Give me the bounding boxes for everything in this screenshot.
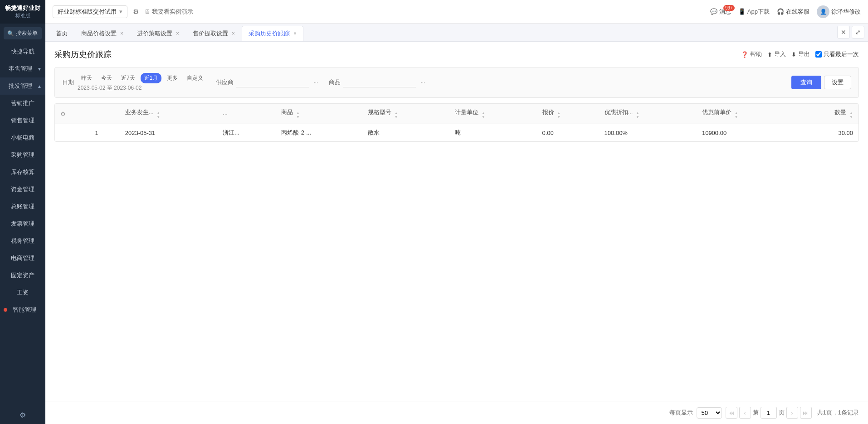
sidebar-item-purchase[interactable]: 采购管理 [0, 146, 45, 164]
sidebar-item-retail[interactable]: 零售管理 ▼ [0, 60, 45, 77]
goods-input[interactable] [343, 77, 416, 87]
th-discount[interactable]: 优惠折扣... ▲▼ [599, 104, 697, 124]
sidebar-item-general-ledger[interactable]: 总账管理 [0, 198, 45, 215]
tab-home[interactable]: 首页 [49, 26, 74, 41]
cell-supplier: 浙江... [217, 124, 276, 142]
pagination-last-btn[interactable]: ⏭ [800, 407, 812, 419]
sort-icon-spec: ▲▼ [395, 111, 398, 119]
ecommerce-label: 电商管理 [4, 254, 42, 262]
chevron-down-icon: ▾ [119, 8, 122, 15]
data-table: ⚙ 业务发生... ▲▼ ··· 商品 ▲▼ [55, 104, 858, 141]
topbar: 好业财标准版交付试用 ▾ ⚙ 🖥 我要看实例演示 💬 消息 99+ 📱 App下… [45, 0, 868, 24]
date-today[interactable]: 今天 [98, 73, 116, 83]
th-quote[interactable]: 报价 ▲▼ [537, 104, 599, 124]
tab-purchase-strategy[interactable]: 进价策略设置 × [130, 26, 186, 41]
supplier-more-btn[interactable]: ··· [312, 78, 320, 87]
settings-button[interactable]: 设置 [824, 76, 851, 89]
sidebar-item-tax[interactable]: 税务管理 [0, 232, 45, 250]
cell-seq: 1 [89, 124, 119, 142]
date-custom[interactable]: 自定义 [183, 73, 207, 83]
sidebar-item-sales[interactable]: 销售管理 [0, 112, 45, 129]
export-label: 导出 [798, 50, 810, 58]
app-logo: 畅捷通好业财 标准版 [0, 0, 45, 24]
date-options: 昨天 今天 近7天 近1月 更多 自定义 [78, 73, 207, 83]
sidebar-item-fixed-assets[interactable]: 固定资产 [0, 267, 45, 284]
wholesale-label: 批发管理 [4, 82, 37, 90]
online-service-button[interactable]: 🎧 在线客服 [777, 8, 809, 16]
date-filter-label: 日期 [62, 78, 74, 87]
tab-price-settings[interactable]: 商品价格设置 × [74, 26, 130, 41]
messages-button[interactable]: 💬 消息 99+ [710, 8, 731, 16]
last-only-checkbox[interactable] [815, 51, 822, 58]
date-7days[interactable]: 近7天 [117, 73, 139, 83]
sort-icon-discount: ▲▼ [636, 111, 639, 119]
edition-select[interactable]: 好业财标准版交付试用 ▾ [53, 5, 127, 18]
date-more[interactable]: 更多 [163, 73, 181, 83]
ellipsis-icon[interactable]: ··· [223, 111, 228, 117]
tab-purchase-history-close[interactable]: × [293, 30, 297, 37]
th-ellipsis[interactable]: ··· [217, 104, 276, 124]
sidebar-item-marketing[interactable]: 营销推广 [0, 95, 45, 112]
retail-label: 零售管理 [4, 65, 37, 73]
tab-sale-price-close[interactable]: × [232, 30, 235, 37]
supplier-input[interactable] [236, 77, 309, 87]
pagination-first-btn[interactable]: ⏮ [726, 407, 737, 419]
th-price-before[interactable]: 优惠前单价 ▲▼ [697, 104, 796, 124]
date-yesterday[interactable]: 昨天 [78, 73, 96, 83]
sales-label: 销售管理 [4, 116, 42, 125]
general-ledger-label: 总账管理 [4, 202, 42, 211]
gear-icon[interactable]: ⚙ [60, 111, 66, 117]
chevron-up-icon: ▲ [37, 84, 42, 89]
pagination-page-input[interactable] [761, 407, 777, 419]
help-button[interactable]: ❓ 帮助 [741, 50, 762, 58]
last-only-checkbox-label[interactable]: 只看最后一次 [815, 50, 859, 58]
pagination-next-btn[interactable]: › [786, 407, 798, 419]
cell-spec: 散水 [362, 124, 449, 142]
tab-price-settings-close[interactable]: × [120, 30, 123, 37]
per-page-label: 每页显示 [669, 409, 693, 417]
sidebar-item-wholesale[interactable]: 批发管理 ▲ [0, 77, 45, 95]
search-menu-button[interactable]: 🔍 搜索菜单 [4, 27, 42, 39]
import-button[interactable]: ⬆ 导入 [767, 50, 786, 58]
sidebar-item-finance[interactable]: 资金管理 [0, 181, 45, 198]
sort-icon-goods: ▲▼ [296, 111, 300, 119]
tab-sale-price[interactable]: 售价提取设置 × [186, 26, 242, 41]
main-area: 好业财标准版交付试用 ▾ ⚙ 🖥 我要看实例演示 💬 消息 99+ 📱 App下… [45, 0, 868, 424]
export-button[interactable]: ⬇ 导出 [791, 50, 810, 58]
sidebar-item-ecommerce[interactable]: 电商管理 [0, 250, 45, 267]
tab-purchase-strategy-close[interactable]: × [176, 30, 179, 37]
tab-purchase-history[interactable]: 采购历史价跟踪 × [242, 26, 303, 41]
sidebar-gear-icon[interactable]: ⚙ [20, 411, 26, 419]
sidebar-item-payroll[interactable]: 工资 [0, 284, 45, 301]
query-button[interactable]: 查询 [791, 76, 821, 89]
headset-icon: 🎧 [777, 8, 784, 15]
sidebar-item-ecommerce-small[interactable]: 小畅电商 [0, 129, 45, 146]
user-profile-button[interactable]: 👤 徐泽华修改 [817, 5, 861, 18]
tab-close-all-button[interactable]: ✕ [837, 26, 850, 39]
per-page-select[interactable]: 50 20 100 [697, 407, 722, 419]
pagination-nav: ⏮ ‹ 第 页 › ⏭ [726, 407, 812, 419]
sidebar-item-invoice[interactable]: 发票管理 [0, 215, 45, 232]
th-spec[interactable]: 规格型号 ▲▼ [362, 104, 449, 124]
goods-more-btn[interactable]: ··· [419, 78, 427, 87]
sidebar-item-inventory[interactable]: 库存核算 [0, 164, 45, 181]
help-icon: ❓ [741, 51, 748, 58]
th-unit[interactable]: 计量单位 ▲▼ [449, 104, 536, 124]
smart-label: 智能管理 [7, 306, 42, 314]
th-qty[interactable]: 数量 ▲▼ [796, 104, 858, 124]
quick-nav-label: 快捷导航 [4, 48, 42, 56]
th-gear[interactable]: ⚙ [55, 104, 89, 124]
date-1month[interactable]: 近1月 [141, 73, 162, 83]
sidebar-item-quick-nav[interactable]: 快捷导航 [0, 43, 45, 60]
app-download-button[interactable]: 📱 App下载 [738, 8, 770, 16]
filter-actions: 查询 设置 [791, 76, 851, 89]
sidebar-item-smart[interactable]: 智能管理 [0, 301, 45, 318]
pagination-prev-btn[interactable]: ‹ [739, 407, 751, 419]
topbar-settings-icon[interactable]: ⚙ [133, 8, 139, 16]
goods-filter-label: 商品 [329, 78, 341, 87]
tab-maximize-button[interactable]: ⤢ [852, 26, 864, 39]
th-goods[interactable]: 商品 ▲▼ [276, 104, 362, 124]
demo-button[interactable]: 🖥 我要看实例演示 [144, 8, 193, 16]
inventory-label: 库存核算 [4, 168, 42, 176]
th-date[interactable]: 业务发生... ▲▼ [120, 104, 217, 124]
